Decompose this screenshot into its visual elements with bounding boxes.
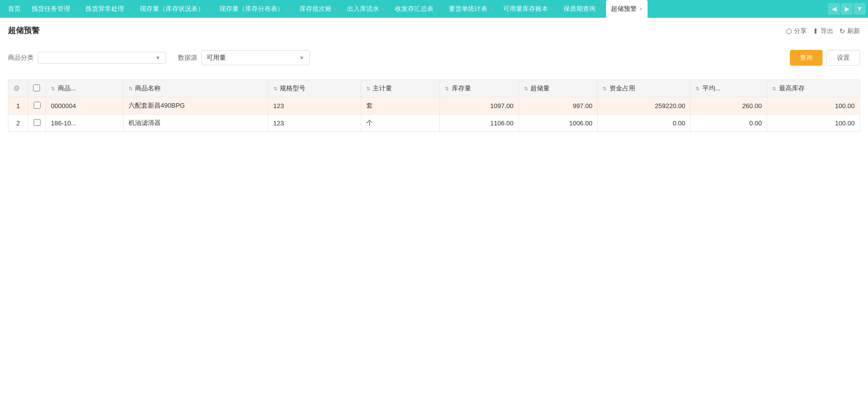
datasource-select-value: 可用量 bbox=[207, 53, 226, 62]
refresh-button[interactable]: ↻ 刷新 bbox=[839, 27, 860, 36]
table-body: 1 0000004 六配套新昌490BPG 123 套 1097.00 997.… bbox=[8, 97, 860, 132]
close-icon[interactable]: × bbox=[436, 6, 439, 12]
nav-tab-label: 要货单统计表 bbox=[449, 4, 487, 13]
row-spec: 123 bbox=[268, 115, 361, 132]
nav-tab-label: 库存批次账 bbox=[300, 4, 332, 13]
column-header-max-stock-label: 最高库存 bbox=[779, 84, 805, 92]
close-icon[interactable]: × bbox=[382, 6, 385, 12]
nav-tab-label: 拣货任务管理 bbox=[32, 4, 70, 13]
column-header-stock[interactable]: ⇅ 库存量 bbox=[440, 80, 519, 97]
nav-tab-9[interactable]: 可用量库存账本 × bbox=[498, 0, 559, 18]
table-row: 1 0000004 六配套新昌490BPG 123 套 1097.00 997.… bbox=[8, 97, 860, 115]
close-icon-active[interactable]: × bbox=[639, 6, 642, 12]
column-header-overflow[interactable]: ⇅ 超储量 bbox=[519, 80, 598, 97]
filter-buttons: 查询 设置 bbox=[790, 50, 860, 66]
datasource-select[interactable]: 可用量 ▼ bbox=[201, 50, 310, 65]
row-checkbox[interactable] bbox=[34, 119, 41, 126]
nav-tab-4[interactable]: 现存量（库存分布表） × bbox=[215, 0, 294, 18]
nav-tab-8[interactable]: 要货单统计表 × bbox=[444, 0, 498, 18]
sort-icon-8: ⇅ bbox=[695, 86, 699, 91]
nav-tab-7[interactable]: 收发存汇总表 × bbox=[390, 0, 444, 18]
row-stock: 1106.00 bbox=[440, 115, 519, 132]
column-header-checkbox[interactable] bbox=[28, 80, 46, 97]
sort-icon-9: ⇅ bbox=[772, 86, 776, 91]
category-select[interactable]: ▼ bbox=[38, 52, 166, 64]
row-checkbox-cell[interactable] bbox=[28, 115, 46, 132]
row-overflow: 1006.00 bbox=[519, 115, 598, 132]
nav-prev-button[interactable]: ◀ bbox=[828, 3, 840, 15]
category-filter: 商品分类 ▼ bbox=[8, 52, 166, 64]
gear-icon[interactable]: ⚙ bbox=[13, 84, 20, 92]
nav-tab-10[interactable]: 保质期查询 × bbox=[559, 0, 606, 18]
nav-home[interactable]: 首页 bbox=[2, 4, 27, 13]
refresh-label: 刷新 bbox=[847, 27, 860, 36]
nav-more-button[interactable]: ▼ bbox=[854, 3, 866, 15]
share-icon: ⬡ bbox=[786, 27, 792, 35]
row-overflow: 997.00 bbox=[519, 97, 598, 115]
export-icon: ⬆ bbox=[813, 27, 819, 35]
datasource-label: 数据源 bbox=[178, 53, 197, 62]
nav-tab-label: 现存量（库存状况表） bbox=[140, 4, 204, 13]
nav-tab-5[interactable]: 库存批次账 × bbox=[295, 0, 342, 18]
nav-tab-label: 保质期查询 bbox=[564, 4, 596, 13]
sort-icon-4: ⇅ bbox=[366, 86, 370, 91]
column-header-code-label: 商品... bbox=[58, 84, 76, 92]
row-unit: 套 bbox=[361, 97, 440, 115]
nav-tab-1[interactable]: 拣货任务管理 × bbox=[27, 0, 81, 18]
share-button[interactable]: ⬡ 分享 bbox=[786, 27, 807, 36]
column-header-spec[interactable]: ⇅ 规格型号 bbox=[268, 80, 361, 97]
nav-tab-label: 现存量（库存分布表） bbox=[219, 4, 284, 13]
nav-tab-3[interactable]: 现存量（库存状况表） × bbox=[135, 0, 215, 18]
close-icon[interactable]: × bbox=[598, 6, 601, 12]
column-header-overflow-label: 超储量 bbox=[530, 84, 550, 92]
nav-arrows: ◀ ▶ ▼ bbox=[827, 3, 866, 15]
row-stock: 1097.00 bbox=[440, 97, 519, 115]
nav-tab-active[interactable]: 超储预警 × bbox=[606, 0, 647, 18]
close-icon[interactable]: × bbox=[207, 6, 210, 12]
row-checkbox[interactable] bbox=[34, 102, 41, 109]
header-actions: ⬡ 分享 ⬆ 导出 ↻ 刷新 bbox=[786, 27, 860, 36]
close-icon[interactable]: × bbox=[73, 6, 76, 12]
column-header-capital-label: 资金占用 bbox=[609, 84, 635, 92]
close-icon[interactable]: × bbox=[490, 6, 493, 12]
row-code: 186-10... bbox=[46, 115, 124, 132]
share-label: 分享 bbox=[794, 27, 807, 36]
export-button[interactable]: ⬆ 导出 bbox=[813, 27, 833, 36]
sort-icon: ⇅ bbox=[51, 86, 55, 91]
export-label: 导出 bbox=[821, 27, 833, 36]
column-header-name-label: 商品名称 bbox=[135, 84, 161, 92]
nav-tab-6[interactable]: 出入库流水 × bbox=[342, 0, 390, 18]
column-header-code[interactable]: ⇅ 商品... bbox=[46, 80, 124, 97]
datasource-filter: 数据源 可用量 ▼ bbox=[178, 50, 310, 65]
column-header-avg[interactable]: ⇅ 平均... bbox=[691, 80, 767, 97]
close-icon[interactable]: × bbox=[551, 6, 554, 12]
row-num: 1 bbox=[8, 97, 28, 115]
row-checkbox-cell[interactable] bbox=[28, 97, 46, 115]
sort-icon-7: ⇅ bbox=[603, 86, 607, 91]
sort-icon-2: ⇅ bbox=[129, 86, 132, 91]
chevron-down-icon-2: ▼ bbox=[299, 55, 304, 61]
column-header-capital[interactable]: ⇅ 资金占用 bbox=[598, 80, 691, 97]
row-unit: 个 bbox=[361, 115, 440, 132]
category-label: 商品分类 bbox=[8, 53, 34, 62]
data-table: ⚙ ⇅ 商品... ⇅ 商品名称 ⇅ 规格型号 ⇅ bbox=[8, 79, 860, 132]
nav-next-button[interactable]: ▶ bbox=[841, 3, 853, 15]
nav-tab-label: 收发存汇总表 bbox=[395, 4, 434, 13]
row-avg: 0.00 bbox=[691, 115, 767, 132]
select-all-checkbox[interactable] bbox=[33, 84, 40, 91]
column-header-unit[interactable]: ⇅ 主计量 bbox=[361, 80, 440, 97]
column-header-name[interactable]: ⇅ 商品名称 bbox=[123, 80, 268, 97]
row-capital: 259220.00 bbox=[598, 97, 691, 115]
row-name: 机油滤清器 bbox=[123, 115, 268, 132]
refresh-icon: ↻ bbox=[839, 27, 845, 35]
close-icon[interactable]: × bbox=[286, 6, 289, 12]
settings-button[interactable]: 设置 bbox=[826, 50, 860, 66]
close-icon[interactable]: × bbox=[127, 6, 130, 12]
row-code: 0000004 bbox=[46, 97, 124, 115]
query-button[interactable]: 查询 bbox=[790, 50, 823, 66]
table-row: 2 186-10... 机油滤清器 123 个 1106.00 1006.00 … bbox=[8, 115, 860, 132]
close-icon[interactable]: × bbox=[334, 6, 337, 12]
filter-area: 商品分类 ▼ 数据源 可用量 ▼ 查询 设置 bbox=[8, 44, 860, 72]
nav-tab-2[interactable]: 拣货异常处理 × bbox=[81, 0, 134, 18]
column-header-max-stock[interactable]: ⇅ 最高库存 bbox=[767, 80, 860, 97]
